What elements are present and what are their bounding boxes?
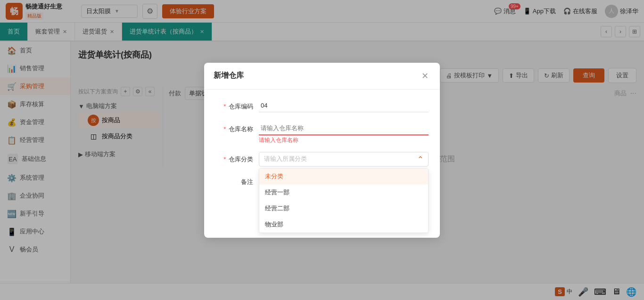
modal-overlay: 新增仓库 ✕ 仓库编码 仓库名称 请输入仓库名称 bbox=[0, 0, 644, 300]
category-option-dept1[interactable]: 经营一部 bbox=[259, 184, 428, 200]
modal-header: 新增仓库 ✕ bbox=[204, 63, 440, 90]
category-label: 仓库分类 bbox=[215, 152, 253, 167]
code-input[interactable] bbox=[259, 99, 429, 112]
name-error-msg: 请输入仓库名称 bbox=[259, 136, 429, 144]
chevron-up-icon: ⌃ bbox=[417, 155, 423, 164]
modal-close-button[interactable]: ✕ bbox=[419, 70, 430, 82]
new-warehouse-modal: 新增仓库 ✕ 仓库编码 仓库名称 请输入仓库名称 bbox=[204, 63, 440, 238]
note-label: 备注 bbox=[215, 175, 253, 190]
form-row-name: 仓库名称 请输入仓库名称 bbox=[215, 122, 429, 144]
name-control: 请输入仓库名称 bbox=[259, 122, 429, 144]
category-dropdown: 未分类 经营一部 经营二部 物业部 bbox=[259, 168, 429, 233]
modal-body: 仓库编码 仓库名称 请输入仓库名称 仓库分类 bbox=[204, 90, 440, 207]
category-option-unclassified[interactable]: 未分类 bbox=[259, 168, 428, 184]
form-row-category: 仓库分类 请输入所属分类 ⌃ 未分类 经营一部 经营二部 物业部 bbox=[215, 152, 429, 167]
category-selector[interactable]: 请输入所属分类 ⌃ bbox=[259, 152, 429, 167]
category-option-dept2[interactable]: 经营二部 bbox=[259, 200, 428, 217]
code-label: 仓库编码 bbox=[215, 99, 253, 114]
modal-title: 新增仓库 bbox=[214, 71, 244, 81]
category-placeholder: 请输入所属分类 bbox=[264, 155, 307, 163]
code-control bbox=[259, 99, 429, 112]
form-row-code: 仓库编码 bbox=[215, 99, 429, 114]
category-control: 请输入所属分类 ⌃ bbox=[259, 152, 429, 167]
name-label: 仓库名称 bbox=[215, 122, 253, 137]
name-input[interactable] bbox=[259, 122, 429, 135]
category-option-property[interactable]: 物业部 bbox=[259, 217, 428, 233]
